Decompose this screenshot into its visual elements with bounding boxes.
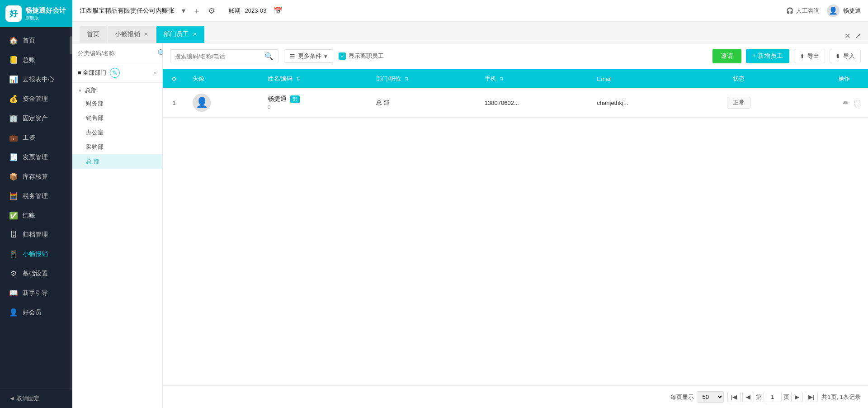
finance-icon: 💰 [9, 95, 18, 103]
page-input[interactable] [764, 392, 782, 402]
sidebar-item-settings[interactable]: ⚙ 基础设置 [0, 264, 72, 283]
first-page-button[interactable]: |◀ [727, 392, 741, 402]
tab-expense[interactable]: 小畅报销 ✕ [108, 26, 156, 43]
tab-expense-close[interactable]: ✕ [144, 31, 148, 38]
dept-search-input[interactable] [78, 50, 154, 57]
salary-icon: 💼 [9, 133, 18, 142]
col-name[interactable]: 姓名/编码 ⇅ [260, 69, 369, 88]
export-button[interactable]: ⬆ 导出 [794, 49, 825, 63]
dept-collapse-icon[interactable]: « [154, 70, 157, 76]
search-icon[interactable]: 🔍 [264, 52, 274, 61]
table-row: 1 👤 畅捷通 部 0 [163, 88, 868, 118]
search-box: 🔍 [170, 49, 278, 63]
sidebar-item-archive[interactable]: 🗄 归档管理 [0, 225, 72, 244]
dept-child-finance[interactable]: 财务部 [72, 96, 162, 111]
user-name: 畅捷通 [843, 7, 861, 15]
dept-child-sales[interactable]: 销售部 [72, 111, 162, 125]
dept-header: ■ 全部部门 ✎ « [72, 63, 162, 83]
invite-button[interactable]: 邀请 [712, 49, 741, 63]
tab-department-close[interactable]: ✕ [193, 31, 197, 38]
sidebar-item-inventory-label: 库存核算 [23, 173, 48, 181]
sidebar-item-invoice-label: 发票管理 [23, 153, 48, 161]
page-nav: |◀ ◀ 第 页 ▶ ▶| [727, 392, 818, 402]
calendar-icon[interactable]: 📅 [274, 6, 283, 15]
tab-home[interactable]: 首页 [80, 26, 107, 43]
sidebar-item-guide[interactable]: 📖 新手引导 [0, 283, 72, 303]
sidebar-item-inventory[interactable]: 📦 库存核算 [0, 167, 72, 186]
filter-icon: ☰ [290, 53, 295, 60]
dept-parent-item: ▼ 总部 [72, 83, 162, 96]
dept-child-purchase[interactable]: 采购部 [72, 140, 162, 154]
assets-icon: 🏢 [9, 114, 18, 123]
filter-label: 更多条件 [298, 52, 321, 60]
sidebar-item-ledger-label: 总账 [23, 56, 35, 64]
all-dept-label: ■ 全部部门 [78, 69, 106, 77]
maximize-icon[interactable]: ⤢ [855, 32, 861, 40]
sidebar-item-salary[interactable]: 💼 工资 [0, 128, 72, 147]
sidebar-item-reports[interactable]: 📊 云报表中心 [0, 70, 72, 89]
sidebar-item-home[interactable]: 🏠 首页 [0, 31, 72, 50]
export-icon: ⬆ [800, 53, 805, 60]
table-header-row: ⚙ 头像 姓名/编码 ⇅ 部门/职位 ⇅ 手机 [163, 69, 868, 88]
sidebar-item-reports-label: 云报表中心 [23, 76, 54, 84]
show-resigned-toggle[interactable]: ✓ 显示离职员工 [339, 52, 384, 60]
sidebar-item-member[interactable]: 👤 好会员 [0, 303, 72, 322]
logout-icon[interactable]: ⬚ [854, 99, 861, 107]
cell-actions: ✏ ⬚ [783, 88, 868, 118]
next-page-button[interactable]: ▶ [791, 392, 803, 402]
topbar-right: 🎧 人工咨询 👤 畅捷通 [786, 5, 861, 17]
tax-icon: 🧮 [9, 192, 18, 200]
close-window-icon[interactable]: ✕ [844, 32, 850, 40]
import-button[interactable]: ⬇ 导入 [830, 49, 861, 63]
employee-code: 0 [268, 104, 362, 110]
sidebar-item-expense[interactable]: 📱 小畅报销 [0, 244, 72, 264]
import-icon: ⬇ [835, 53, 840, 60]
period-label: 账期 2023-03 [226, 7, 266, 15]
dept-parent-label[interactable]: 总部 [85, 86, 97, 95]
cell-status: 正常 [695, 88, 783, 118]
app-title: 畅捷通好会计 [25, 6, 66, 15]
col-dept[interactable]: 部门/职位 ⇅ [369, 69, 477, 88]
sidebar-item-ledger[interactable]: 📒 总账 [0, 50, 72, 70]
sidebar-item-finance[interactable]: 💰 资金管理 [0, 89, 72, 109]
employee-table: ⚙ 头像 姓名/编码 ⇅ 部门/职位 ⇅ 手机 [163, 69, 868, 385]
edit-icon[interactable]: ✏ [843, 99, 849, 107]
sidebar-item-tax[interactable]: 🧮 税务管理 [0, 186, 72, 206]
prev-page-button[interactable]: ◀ [742, 392, 754, 402]
resigned-checkbox[interactable]: ✓ [339, 52, 346, 60]
name-cell: 畅捷通 部 0 [268, 95, 362, 110]
page-size-select: 每页显示 10 20 50 100 [670, 391, 724, 403]
add-company-icon[interactable]: ＋ [193, 5, 201, 16]
page-size-dropdown[interactable]: 10 20 50 100 [697, 391, 724, 403]
settings-gear-icon[interactable]: ⚙ [208, 6, 215, 16]
company-dropdown-icon[interactable]: ▾ [182, 6, 185, 15]
consult-button[interactable]: 🎧 人工咨询 [786, 7, 820, 15]
col-phone[interactable]: 手机 ⇅ [477, 69, 590, 88]
col-settings[interactable]: ⚙ [163, 69, 185, 88]
sidebar-item-closing[interactable]: ✅ 结账 [0, 206, 72, 225]
dept-child-general[interactable]: 总 部 [72, 154, 162, 169]
pagination: 每页显示 10 20 50 100 |◀ ◀ 第 页 ▶ ▶| [163, 385, 868, 408]
user-info[interactable]: 👤 畅捷通 [827, 5, 861, 17]
sidebar-item-salary-label: 工资 [23, 134, 35, 142]
tab-home-label: 首页 [87, 30, 99, 38]
sidebar-scrollbar[interactable] [70, 27, 72, 390]
headset-icon: 🎧 [786, 7, 793, 14]
dept-add-button[interactable]: ✎ [110, 68, 120, 78]
sidebar-item-guide-label: 新手引导 [23, 289, 48, 297]
dept-arrow-icon: ▼ [78, 88, 82, 93]
cell-no: 1 [163, 88, 185, 118]
tab-department[interactable]: 部门员工 ✕ [156, 26, 204, 43]
dept-child-office[interactable]: 办公室 [72, 125, 162, 140]
sidebar-item-invoice[interactable]: 🧾 发票管理 [0, 147, 72, 167]
add-employee-button[interactable]: + 新增员工 [746, 49, 789, 63]
filter-button[interactable]: ☰ 更多条件 ▾ [284, 49, 333, 63]
tab-expense-label: 小畅报销 [115, 30, 140, 38]
employee-search-input[interactable] [175, 53, 262, 60]
page-content: 🔍 ■ 全部部门 ✎ « ▼ 总部 财务部 销售部 办公室 [72, 43, 868, 408]
last-page-button[interactable]: ▶| [805, 392, 818, 402]
sidebar-item-assets[interactable]: 🏢 固定资产 [0, 109, 72, 128]
sidebar-item-assets-label: 固定资产 [23, 114, 48, 123]
unpin-button[interactable]: ◄ 取消固定 [0, 389, 72, 408]
member-icon: 👤 [9, 308, 18, 317]
